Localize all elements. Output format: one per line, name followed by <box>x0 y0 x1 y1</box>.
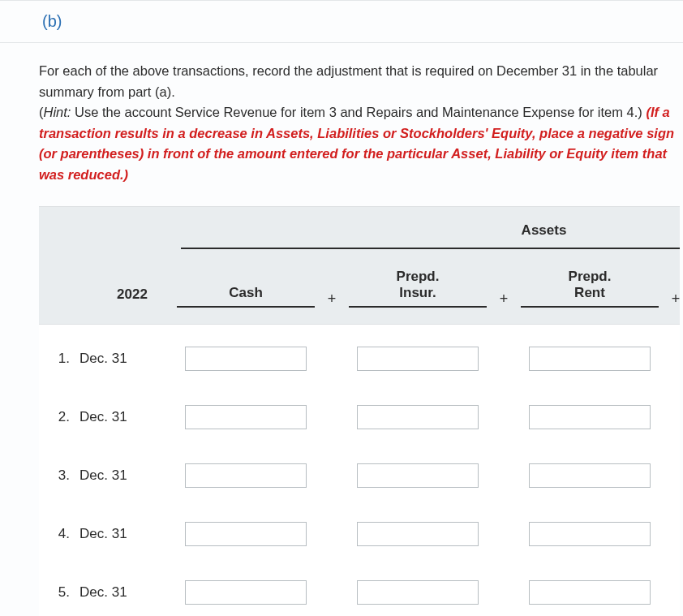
cash-input[interactable] <box>185 405 307 429</box>
cash-input[interactable] <box>185 522 307 546</box>
col-header-prepd-rent: Prepd. Rent <box>521 269 659 308</box>
prepd-insur-input[interactable] <box>357 347 479 371</box>
col-header-plus-3: + <box>659 291 680 308</box>
instructions-block: For each of the above transactions, reco… <box>39 61 683 185</box>
hint-label: Hint: <box>44 105 71 119</box>
table-row: 1. Dec. 31 <box>39 330 680 388</box>
col-header-plus-1: + <box>315 291 349 308</box>
section-b-header[interactable]: (b) <box>0 0 683 43</box>
prepd-insur-input[interactable] <box>357 522 479 546</box>
col-header-prepd-rent-l2: Rent <box>521 285 659 301</box>
cash-input[interactable] <box>185 463 307 488</box>
prepd-rent-input[interactable] <box>529 522 651 546</box>
instruction-line-1: For each of the above transactions, reco… <box>39 63 658 99</box>
col-header-cash: Cash <box>177 285 315 308</box>
section-b-label: (b) <box>42 12 62 30</box>
table-scroll-area[interactable]: Assets 2022 Cash + Prepd. Insur. + Prepd… <box>39 206 680 616</box>
data-rows: 1. Dec. 31 2. Dec. 31 <box>39 325 680 616</box>
table-row: 5. Dec. 31 <box>39 563 680 616</box>
table-row: 2. Dec. 31 <box>39 388 680 446</box>
prepd-rent-input[interactable] <box>529 463 651 488</box>
row-date: Dec. 31 <box>79 351 177 367</box>
row-date: Dec. 31 <box>79 526 177 542</box>
sheet-header: Assets 2022 Cash + Prepd. Insur. + Prepd… <box>39 206 680 325</box>
row-number: 1. <box>39 351 79 367</box>
col-header-prepd-rent-l1: Prepd. <box>569 269 612 284</box>
table-row: 4. Dec. 31 <box>39 505 680 563</box>
page-root: (b) For each of the above transactions, … <box>0 0 683 616</box>
prepd-rent-input[interactable] <box>529 580 651 605</box>
col-header-year: 2022 <box>39 286 177 308</box>
col-header-prepd-insur-l1: Prepd. <box>397 269 440 284</box>
row-date: Dec. 31 <box>79 409 177 425</box>
table-row: 3. Dec. 31 <box>39 446 680 505</box>
prepd-insur-input[interactable] <box>357 405 479 429</box>
row-number: 3. <box>39 467 79 484</box>
tabular-sheet: Assets 2022 Cash + Prepd. Insur. + Prepd… <box>39 206 680 616</box>
prepd-rent-input[interactable] <box>529 405 651 429</box>
row-number: 2. <box>39 409 79 425</box>
col-header-plus-2: + <box>487 291 521 308</box>
prepd-insur-input[interactable] <box>357 580 479 605</box>
section-body: For each of the above transactions, reco… <box>0 43 683 616</box>
col-header-prepd-insur: Prepd. Insur. <box>349 269 487 308</box>
row-number: 5. <box>39 584 79 601</box>
assets-group-bar: Assets <box>181 215 680 249</box>
column-header-row: 2022 Cash + Prepd. Insur. + Prepd. Rent … <box>39 249 680 314</box>
cash-input[interactable] <box>185 580 307 605</box>
row-date: Dec. 31 <box>79 584 177 601</box>
row-date: Dec. 31 <box>79 467 177 484</box>
prepd-rent-input[interactable] <box>529 347 651 371</box>
col-header-prepd-insur-l2: Insur. <box>349 285 487 301</box>
row-number: 4. <box>39 526 79 542</box>
cash-input[interactable] <box>185 347 307 371</box>
prepd-insur-input[interactable] <box>357 463 479 488</box>
instruction-line-2: Use the account Service Revenue for item… <box>71 105 646 119</box>
assets-group-label: Assets <box>75 215 680 239</box>
